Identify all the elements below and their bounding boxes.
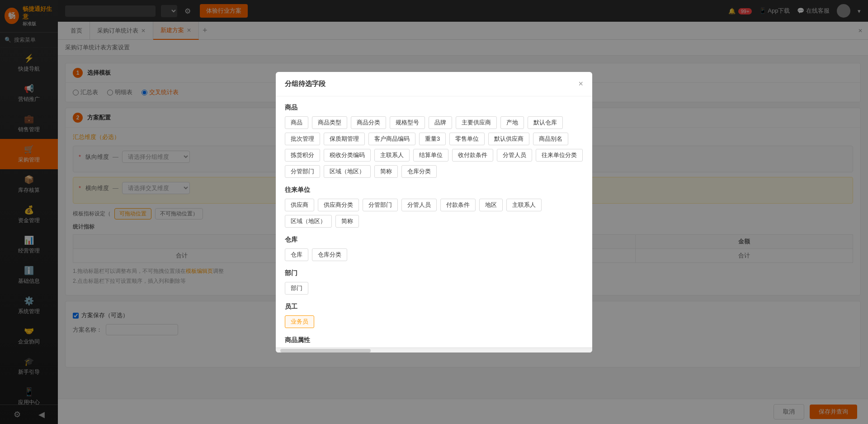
modal-title: 分组待选字段 xyxy=(285,80,326,88)
field-tag-主要供应商[interactable]: 主要供应商 xyxy=(456,116,497,129)
modal-close-btn[interactable]: × xyxy=(578,79,583,89)
field-tag-区域地区2[interactable]: 区域（地区） xyxy=(285,215,332,228)
employee-section: 员工 业务员 xyxy=(285,303,583,328)
field-tag-规格型号[interactable]: 规格型号 xyxy=(390,116,425,129)
field-tag-付款条件[interactable]: 付款条件 xyxy=(440,199,476,211)
field-tag-产地[interactable]: 产地 xyxy=(500,116,524,129)
goods-section: 商品 商品 商品类型 商品分类 规格型号 品牌 主要供应商 产地 默认仓库 批次… xyxy=(285,104,583,178)
warehouse-section-title: 仓库 xyxy=(285,236,583,244)
field-tag-主联系人2[interactable]: 主联系人 xyxy=(506,199,542,211)
field-tag-区域地区[interactable]: 区域（地区） xyxy=(324,165,371,178)
field-tag-供应商分类[interactable]: 供应商分类 xyxy=(318,199,359,211)
department-field-tags: 部门 xyxy=(285,282,583,295)
modal-body: 商品 商品 商品类型 商品分类 规格型号 品牌 主要供应商 产地 默认仓库 批次… xyxy=(276,96,592,348)
field-tag-简称[interactable]: 简称 xyxy=(374,165,398,178)
field-tag-分管部门2[interactable]: 分管部门 xyxy=(363,199,398,211)
warehouse-field-tags: 仓库 仓库分类 xyxy=(285,248,583,261)
field-tag-部门[interactable]: 部门 xyxy=(285,282,308,295)
field-tag-默认供应商[interactable]: 默认供应商 xyxy=(488,133,529,145)
modal-hscrollbar-thumb[interactable] xyxy=(280,349,371,352)
field-tag-批次管理[interactable]: 批次管理 xyxy=(285,133,320,145)
modal-hscrollbar[interactable] xyxy=(276,348,592,352)
field-tag-供应商[interactable]: 供应商 xyxy=(285,199,314,211)
field-tag-主联系人[interactable]: 主联系人 xyxy=(374,149,410,162)
field-tag-保质期管理[interactable]: 保质期管理 xyxy=(324,133,365,145)
field-tag-分管人员2[interactable]: 分管人员 xyxy=(401,199,437,211)
field-tag-仓库分类2[interactable]: 仓库分类 xyxy=(312,248,347,261)
modal: 分组待选字段 × 商品 商品 商品类型 商品分类 规格型号 品牌 主要供应商 产… xyxy=(276,72,592,353)
goods-field-tags: 商品 商品类型 商品分类 规格型号 品牌 主要供应商 产地 默认仓库 批次管理 … xyxy=(285,116,583,178)
field-tag-客户商品编码[interactable]: 客户商品编码 xyxy=(368,133,415,145)
field-tag-税收分类编码[interactable]: 税收分类编码 xyxy=(324,149,371,162)
product-attr-section: 商品属性 属性 颜色 多规格 尺码 鞋码 1 xyxy=(285,336,583,348)
field-tag-仓库分类[interactable]: 仓库分类 xyxy=(401,165,437,178)
partner-field-tags: 供应商 供应商分类 分管部门 分管人员 付款条件 地区 主联系人 区域（地区） … xyxy=(285,199,583,228)
warehouse-section: 仓库 仓库 仓库分类 xyxy=(285,236,583,261)
field-tag-品牌[interactable]: 品牌 xyxy=(429,116,452,129)
partner-section: 往来单位 供应商 供应商分类 分管部门 分管人员 付款条件 地区 主联系人 区域… xyxy=(285,186,583,228)
department-section: 部门 部门 xyxy=(285,269,583,295)
partner-section-title: 往来单位 xyxy=(285,186,583,194)
field-tag-分管部门[interactable]: 分管部门 xyxy=(285,165,320,178)
field-tag-默认仓库[interactable]: 默认仓库 xyxy=(528,116,563,129)
field-tag-业务员[interactable]: 业务员 xyxy=(285,315,314,328)
field-tag-分管人员[interactable]: 分管人员 xyxy=(497,149,532,162)
employee-field-tags: 业务员 xyxy=(285,315,583,328)
product-attr-section-title: 商品属性 xyxy=(285,336,583,344)
goods-section-title: 商品 xyxy=(285,104,583,112)
field-tag-重量3[interactable]: 重量3 xyxy=(419,133,446,145)
field-tag-商品分类[interactable]: 商品分类 xyxy=(351,116,386,129)
department-section-title: 部门 xyxy=(285,269,583,277)
modal-overlay[interactable]: 分组待选字段 × 商品 商品 商品类型 商品分类 规格型号 品牌 主要供应商 产… xyxy=(0,0,868,424)
field-tag-商品类型[interactable]: 商品类型 xyxy=(312,116,347,129)
field-tag-商品别名[interactable]: 商品别名 xyxy=(533,133,568,145)
employee-section-title: 员工 xyxy=(285,303,583,311)
field-tag-往来单位分类[interactable]: 往来单位分类 xyxy=(536,149,583,162)
field-tag-结算单位[interactable]: 结算单位 xyxy=(413,149,448,162)
field-tag-仓库[interactable]: 仓库 xyxy=(285,248,308,261)
field-tag-商品[interactable]: 商品 xyxy=(285,116,308,129)
field-tag-简称2[interactable]: 简称 xyxy=(335,215,359,228)
modal-header: 分组待选字段 × xyxy=(276,72,592,96)
field-tag-零售单位[interactable]: 零售单位 xyxy=(449,133,485,145)
field-tag-地区[interactable]: 地区 xyxy=(479,199,503,211)
field-tag-收付款条件[interactable]: 收付款条件 xyxy=(452,149,493,162)
field-tag-拣货积分[interactable]: 拣货积分 xyxy=(285,149,320,162)
